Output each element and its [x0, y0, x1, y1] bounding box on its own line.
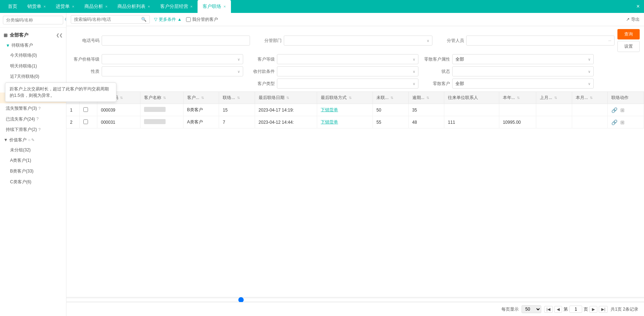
sidebar-item-tomorrow[interactable]: 明天待联络(1)	[0, 61, 66, 72]
my-customers-checkbox[interactable]: 我分管的客户	[186, 16, 218, 23]
collapse-icon[interactable]: ❮❮	[56, 33, 62, 38]
nav-product-analysis-list[interactable]: 商品分析列表 ×	[112, 0, 155, 13]
th-this-month[interactable]: 本月... ⇅	[572, 92, 608, 104]
value-customers-edit-icon[interactable]: ○	[28, 138, 31, 142]
close-purchase-order-icon[interactable]: ×	[72, 4, 74, 9]
sidebar-item-class-a[interactable]: A类客户(1)	[0, 155, 66, 166]
close-customer-contact-icon[interactable]: ×	[223, 4, 226, 9]
row1-this-month	[572, 104, 608, 116]
row1-check[interactable]	[83, 107, 88, 112]
row2-link-icon[interactable]: 🔗	[611, 119, 617, 125]
churned-help-icon[interactable]: ?	[36, 115, 38, 123]
table-row: 2 000031 A类客户	[66, 116, 644, 128]
nav-purchase-order[interactable]: 进货单 ×	[51, 0, 79, 13]
dept-select[interactable]: ∨	[284, 36, 432, 46]
declining-help-icon[interactable]: ?	[38, 126, 41, 133]
price-level-select[interactable]: ∨	[102, 54, 243, 64]
main-search-input[interactable]	[74, 17, 140, 22]
pagination: 每页显示 50 20 100 |◀ ◀ 第 页 ▶ ▶| 共1页 2条记录	[66, 302, 644, 316]
more-conditions-btn[interactable]: ▽ 更多条件 ▲	[154, 16, 182, 23]
contact-count-sort-icon: ⇅	[237, 96, 240, 100]
my-customers-check[interactable]	[186, 17, 191, 22]
row1-grid-icon[interactable]: ⊞	[620, 107, 625, 113]
filter-row-4: ··· 客户类型 ∨ 零散客户 全部 ∨	[71, 79, 640, 89]
row2-overdue: 48	[408, 116, 444, 128]
sidebar-item-7days[interactable]: 近7天待联络(0)	[0, 71, 66, 82]
nav-customer-contact[interactable]: 客户联络 ×	[198, 0, 231, 13]
settings-button[interactable]: 设置	[617, 41, 640, 52]
top-nav: 首页 销货单 × 进货单 × 商品分析 × 商品分析列表 × 客户分层经营 × …	[0, 0, 644, 13]
th-overdue[interactable]: 逾期... ⇅	[408, 92, 444, 104]
sidebar-search-input[interactable]	[3, 16, 63, 24]
export-btn[interactable]: ↗ 导出	[626, 16, 640, 23]
manager-select[interactable]: ···	[466, 36, 615, 46]
filter-retail-attr: 零散客户属性 全部 ∨	[421, 54, 594, 64]
table-header: ⚙ 客户编码 ⇅ 客户名称 ⇅ 客户...	[66, 92, 644, 104]
filter-row-3: 性质 ∨ 收付款条件 ∨ 状态	[71, 66, 640, 76]
sidebar-item-churn-warning[interactable]: 流失预警客户(3) ?	[0, 103, 66, 114]
page-size-select[interactable]: 50 20 100	[522, 305, 541, 313]
row2-last-method: 下销货单	[317, 116, 373, 128]
close-product-analysis-icon[interactable]: ×	[105, 4, 107, 9]
nav-sales-order[interactable]: 销货单 ×	[22, 0, 51, 13]
th-name[interactable]: 客户名称 ⇅	[140, 92, 183, 104]
filter-icon: ▽	[154, 17, 157, 22]
th-type[interactable]: 客户... ⇅	[183, 92, 219, 104]
th-unit-contacts[interactable]: 往来单位联系人	[444, 92, 499, 104]
close-all-icon[interactable]: ×	[636, 3, 640, 10]
status-select[interactable]: ∨	[452, 66, 594, 76]
customer-level-select[interactable]: ∨	[277, 54, 418, 64]
phone-input[interactable]	[102, 36, 250, 46]
main-search-icon[interactable]: 🔍	[141, 17, 147, 22]
th-last-date[interactable]: 最后联络日期 ⇅	[255, 92, 317, 104]
th-no-contact[interactable]: 未联... ⇅	[373, 92, 409, 104]
table-body: 1 000039 B类客户	[66, 104, 644, 128]
close-customer-segment-icon[interactable]: ×	[190, 4, 193, 9]
filter-dept: 分管部门 ∨	[253, 36, 432, 46]
grid-icon: ⊞	[4, 33, 8, 38]
th-last-month[interactable]: 上月... ⇅	[536, 92, 572, 104]
sidebar-all-customers[interactable]: ⊞ 全部客户 ❮❮	[0, 30, 66, 41]
sidebar-group-waiting[interactable]: ▼ 待联络客户	[0, 41, 66, 50]
nav-product-analysis[interactable]: 商品分析 ×	[79, 0, 112, 13]
nature-select[interactable]: ∨	[102, 66, 243, 76]
row1-link-icon[interactable]: 🔗	[611, 107, 617, 113]
last-page-btn[interactable]: ▶|	[599, 306, 608, 313]
nav-home[interactable]: 首页	[3, 0, 22, 13]
dept-select-arrow-icon: ∨	[427, 39, 429, 43]
filter-row-1: 电话号码 分管部门 ∨ 分管人员 ···	[71, 29, 640, 52]
customer-type-select[interactable]: ∨	[277, 79, 418, 89]
page-input[interactable]	[569, 306, 582, 313]
prev-page-btn[interactable]: ◀	[554, 306, 562, 313]
sidebar-item-class-c[interactable]: C类客户(6)	[0, 177, 66, 188]
query-button[interactable]: 查询	[617, 29, 640, 39]
payment-terms-select[interactable]: ∨	[277, 66, 418, 76]
next-page-btn[interactable]: ▶	[589, 306, 597, 313]
sidebar-value-customers-header[interactable]: ▼ 价值客户 ○ ✎	[0, 135, 66, 145]
horizontal-scrollbar[interactable]	[66, 298, 644, 301]
row2-grid-icon[interactable]: ⊞	[620, 119, 625, 125]
row2-check[interactable]	[83, 119, 88, 124]
sidebar-item-declining[interactable]: 持续下滑客户(2) ?	[0, 124, 66, 135]
sidebar-item-churned[interactable]: 已流失客户(24) ?	[0, 114, 66, 125]
churn-help-icon[interactable]: ?	[38, 105, 41, 112]
retail-attr-select[interactable]: 全部 ∨	[452, 54, 594, 64]
th-contact-count[interactable]: 联络... ⇅	[219, 92, 255, 104]
close-sales-order-icon[interactable]: ×	[43, 4, 46, 9]
nav-customer-segment[interactable]: 客户分层经营 ×	[155, 0, 198, 13]
row1-index: 1	[66, 104, 79, 116]
sidebar: 🔍 ❮❮ ⊞ 全部客户 ❮❮ ▼ 待联络客户 今天待联络(0) 明天待联络(1)…	[0, 13, 66, 316]
page-nav: |◀ ◀ 第 页 ▶ ▶|	[544, 306, 608, 313]
th-last-method[interactable]: 最后联络方式 ⇅	[317, 92, 373, 104]
sidebar-item-today[interactable]: 今天待联络(0)	[0, 50, 66, 61]
retail-customer-select[interactable]: 全部 ∨	[452, 79, 594, 89]
close-product-list-icon[interactable]: ×	[148, 4, 150, 9]
filter-nature: 性质 ∨	[71, 66, 243, 76]
first-page-btn[interactable]: |◀	[544, 306, 553, 313]
sidebar-item-class-b[interactable]: B类客户(33)	[0, 166, 66, 177]
th-this-year[interactable]: 本年... ⇅	[499, 92, 536, 104]
row1-last-month	[536, 104, 572, 116]
sidebar-item-ungrouped[interactable]: 未分组(32)	[0, 145, 66, 156]
value-customers-edit2-icon[interactable]: ✎	[31, 138, 34, 142]
row1-checkbox	[79, 104, 97, 116]
